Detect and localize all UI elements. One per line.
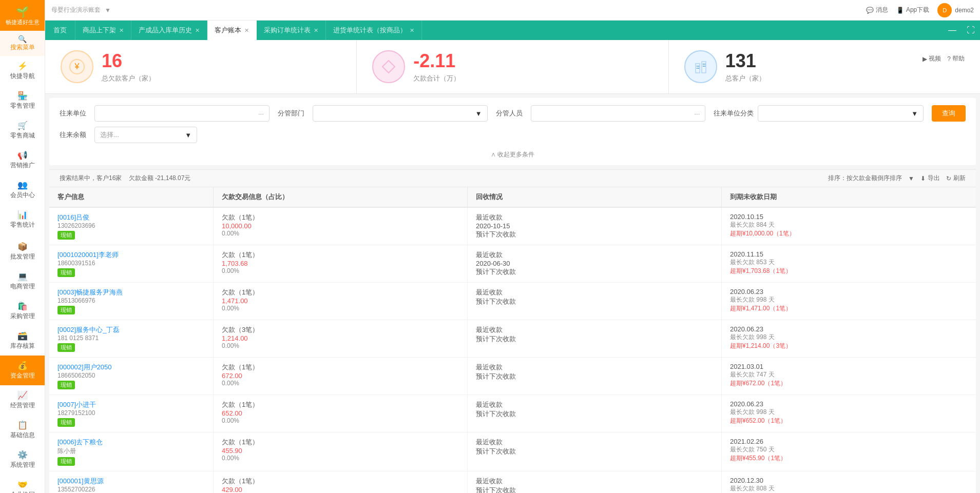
sidebar-item-ecommerce[interactable]: 💻 电商管理 [0,266,45,296]
customer-id-5[interactable]: [0007]小进干 [57,400,205,409]
customer-input[interactable]: ··· [94,105,270,122]
overdue-0[interactable]: 超期¥10,000.00（1笔） [730,229,968,238]
sidebar-item-basic-info[interactable]: 📋 基础信息 [0,415,45,445]
customer-phone-0: 13026203696 [57,222,205,229]
basic-info-icon: 📋 [17,420,28,430]
sidebar-item-retail-mgmt[interactable]: 🏪 零售管理 [0,86,45,115]
sidebar-item-purchase[interactable]: 🛍️ 采购管理 [0,296,45,326]
tab-product-history[interactable]: 产成品入库单历史 ✕ [131,21,207,40]
sidebar-item-inventory[interactable]: 🗃️ 库存核算 [0,326,45,356]
customer-id-1[interactable]: [0001020001]李老师 [57,250,205,260]
tab-close-icon[interactable]: ✕ [410,27,414,34]
sidebar-item-quick-nav[interactable]: ⚡ 快捷导航 [0,56,45,86]
filter-customer: 往来单位 ··· [60,105,270,122]
tab-close-icon[interactable]: ✕ [314,27,318,34]
sidebar-item-finance[interactable]: 💰 资金管理 [0,356,45,385]
stat-top-actions: ▶ 视频 ? 帮助 [923,50,965,63]
stat-number-total: -2.11 [413,50,460,72]
balance-select[interactable]: 选择... ▼ [94,127,197,143]
debt-amount-6[interactable]: 455.90 [222,447,459,455]
customer-id-6[interactable]: [0006]去下粮仓 [57,438,205,447]
svg-rect-12 [703,66,704,67]
tab-import-stats-label: 进货单统计表（按商品） [333,26,407,35]
td-due-0: 2020.10.15 最长欠款 884 天 超期¥10,000.00（1笔） [722,208,976,245]
customer-id-0[interactable]: [0016]吕俊 [57,213,205,222]
customer-id-4[interactable]: [000002]用户2050 [57,363,205,372]
sidebar-item-system[interactable]: ⚙️ 系统管理 [0,445,45,475]
overdue-3[interactable]: 超期¥1,214.00（3笔） [730,342,968,350]
overdue-6[interactable]: 超期¥455.90（1笔） [730,454,968,463]
tab-import-stats[interactable]: 进货单统计表（按商品） ✕ [326,21,422,40]
overdue-2[interactable]: 超期¥1,471.00（1笔） [730,304,968,313]
customer-id-3[interactable]: [0002]服务中心_丁磊 [57,325,205,334]
customer-id-2[interactable]: [0003]畅捷服务尹海燕 [57,288,205,297]
filter-dept-label: 分管部门 [278,109,309,118]
tab-close-icon[interactable]: ✕ [195,27,200,34]
tab-customer-account[interactable]: 客户账本 ✕ [207,21,257,40]
help-btn[interactable]: ? 帮助 [947,54,965,63]
tab-maximize-icon[interactable]: ⛶ [962,26,980,35]
debt-pct-3: 0.00% [222,342,459,349]
sidebar-item-enterprise[interactable]: 🤝 企业协同 [0,475,45,493]
customer-id-7[interactable]: [000001]黄思源 [57,477,205,486]
debt-amount-7[interactable]: 429.00 [222,486,459,493]
dept-select[interactable]: ▼ [313,105,488,122]
td-due-5: 2020.06.23 最长欠款 998 天 超期¥652.00（1笔） [722,395,976,432]
user-section[interactable]: D demo2 [937,3,974,17]
due-date-7: 2020.12.30 [730,477,968,484]
filter-row-2: 往来余额 选择... ▼ [60,127,966,143]
tab-close-icon[interactable]: ✕ [119,27,124,34]
category-select[interactable]: ▼ [758,105,924,122]
sidebar-item-business[interactable]: 📈 经营管理 [0,385,45,415]
sidebar-item-marketing[interactable]: 📢 营销推广 [0,145,45,175]
td-customer-5: [0007]小进干 18279152100 现销 [49,395,214,432]
sort-dropdown-icon[interactable]: ▼ [908,175,914,182]
td-due-6: 2021.02.26 最长欠款 750 天 超期¥455.90（1笔） [722,432,976,471]
tab-home[interactable]: 首页 [45,21,75,40]
person-input[interactable]: ··· [531,105,706,122]
export-button[interactable]: ⬇ 导出 [920,174,940,183]
refresh-button[interactable]: ↻ 刷新 [946,174,966,183]
td-due-3: 2020.06.23 最长欠款 998 天 超期¥1,214.00（3笔） [722,320,976,357]
overdue-1[interactable]: 超期¥1,703.68（1笔） [730,267,968,275]
customer-phone-5: 18279152100 [57,409,205,417]
sidebar-item-search[interactable]: 🔍 搜索菜单 [0,31,45,56]
app-download-btn[interactable]: 📱 App下载 [896,6,929,14]
filter-dept: 分管部门 ▼ [278,105,488,122]
td-collection-0: 最近收款 2020-10-15 预计下次收款 [468,208,722,245]
debt-amount-5[interactable]: 652.00 [222,409,459,417]
retail-mgmt-icon: 🏪 [17,91,28,101]
sidebar-item-retail-mall[interactable]: 🛒 零售商城 [0,115,45,145]
next-collect-7: 预计下次收款 [476,486,713,493]
tab-purchase-order[interactable]: 采购订单统计表 ✕ [257,21,326,40]
chevron-down-icon-3: ▼ [185,131,191,139]
days-text-5: 最长欠款 998 天 [730,408,968,417]
debt-amount-3[interactable]: 1,214.00 [222,334,459,342]
filter-customer-label: 往来单位 [60,109,90,118]
debt-amount-4[interactable]: 672.00 [222,372,459,380]
due-date-5: 2020.06.23 [730,400,968,408]
message-btn[interactable]: 💬 消息 [866,6,888,14]
due-date-4: 2021.03.01 [730,363,968,370]
svg-rect-10 [703,64,704,65]
overdue-4[interactable]: 超期¥672.00（1笔） [730,379,968,388]
sidebar-item-member[interactable]: 👥 会员中心 [0,175,45,205]
debt-amount-1[interactable]: 1,703.68 [222,260,459,267]
collapse-btn[interactable]: ∧ 收起更多条件 [60,148,966,161]
td-collection-5: 最近收款 预计下次收款 [468,395,722,432]
tab-minimize-icon[interactable]: — [943,26,962,35]
sidebar-item-batch-mgmt[interactable]: 📦 批发管理 [0,236,45,266]
sidebar-item-retail-stats[interactable]: 📊 零售统计 [0,205,45,234]
svg-rect-8 [697,68,698,69]
tab-products-off[interactable]: 商品上下架 ✕ [75,21,131,40]
svg-rect-7 [698,66,699,67]
overdue-5[interactable]: 超期¥652.00（1笔） [730,417,968,425]
dropdown-icon[interactable]: ▼ [105,7,111,14]
debt-amount-0[interactable]: 10,000.00 [222,222,459,230]
query-button[interactable]: 查询 [932,105,966,122]
stat-label-debt: 总欠款客户（家） [102,74,155,83]
debt-amount-2[interactable]: 1,471.00 [222,297,459,305]
video-btn[interactable]: ▶ 视频 [923,54,941,63]
tab-close-icon[interactable]: ✕ [244,27,249,34]
next-collect-0: 预计下次收款 [476,230,713,239]
